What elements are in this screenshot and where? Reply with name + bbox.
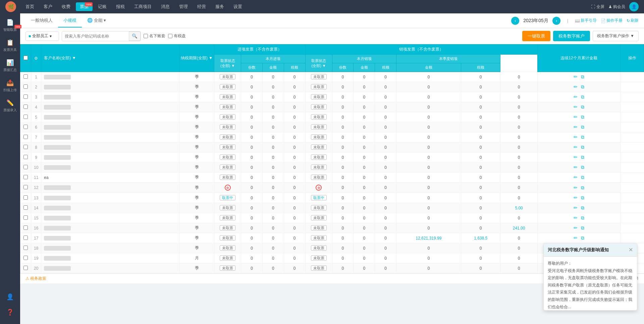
row-checkbox[interactable] <box>23 84 28 89</box>
client-name-cell[interactable]: ea <box>41 173 179 183</box>
row-checkbox[interactable] <box>23 246 28 250</box>
client-name-cell[interactable] <box>41 92 179 102</box>
one-click-fetch-button[interactable]: 一键取票 <box>522 31 550 41</box>
sidebar-item-smart-ticket[interactable]: 📄 智能取票 new <box>1 16 19 35</box>
season-tax-value[interactable]: 1,638.5 <box>474 236 487 241</box>
copy-button[interactable]: ⧉ <box>580 195 585 200</box>
nav-admin[interactable]: 管理 <box>175 2 192 11</box>
row-checkbox[interactable] <box>23 185 28 189</box>
manual-link[interactable]: 📄 操作手册 <box>601 18 623 23</box>
sidebar-item-user[interactable]: 👤 <box>1 290 19 303</box>
edit-button[interactable]: ✏ <box>573 215 579 220</box>
digital-account-button[interactable]: 税务数字账户 <box>553 31 590 41</box>
nav-settings[interactable]: 设置 <box>229 2 246 11</box>
period-prev-button[interactable]: ‹ <box>511 17 519 25</box>
row-checkbox-cell[interactable] <box>20 142 31 152</box>
copy-button[interactable]: ⧉ <box>580 165 585 170</box>
tax-disk-checkbox[interactable] <box>168 34 172 38</box>
row-checkbox[interactable] <box>23 236 28 240</box>
edit-button[interactable]: ✏ <box>573 185 579 190</box>
row-checkbox-cell[interactable] <box>20 183 31 193</box>
row-checkbox-cell[interactable] <box>20 72 31 82</box>
select-all-checkbox[interactable] <box>23 56 28 60</box>
copy-button[interactable]: ⧉ <box>580 154 585 160</box>
tax-disk-filter[interactable]: 有税盘 <box>168 33 186 39</box>
named-accounts-checkbox[interactable] <box>144 34 148 38</box>
client-name-cell[interactable] <box>41 233 179 243</box>
edit-button[interactable]: ✏ <box>573 124 579 130</box>
client-name-cell[interactable] <box>41 183 179 193</box>
nav-bookkeeping[interactable]: 记账 <box>94 2 111 11</box>
row-checkbox[interactable] <box>23 175 28 179</box>
cumulative-value[interactable]: 5.00 <box>515 206 523 210</box>
nav-home[interactable]: 首页 <box>21 2 38 11</box>
row-checkbox-cell[interactable] <box>20 82 31 92</box>
row-checkbox[interactable] <box>23 205 28 210</box>
client-name-cell[interactable] <box>41 132 179 142</box>
row-checkbox-cell[interactable] <box>20 203 31 213</box>
row-checkbox[interactable] <box>23 135 28 139</box>
edit-button[interactable]: ✏ <box>573 154 579 160</box>
client-name-cell[interactable] <box>41 203 179 213</box>
client-name-cell[interactable] <box>41 112 179 122</box>
row-checkbox-cell[interactable] <box>20 112 31 122</box>
row-checkbox[interactable] <box>23 115 28 119</box>
copy-button[interactable]: ⧉ <box>580 225 585 231</box>
row-checkbox-cell[interactable] <box>20 152 31 163</box>
edit-button[interactable]: ✏ <box>573 144 579 150</box>
new-guide-link[interactable]: 📖 新手引导 <box>575 18 597 23</box>
nav-billing[interactable]: 收费 <box>58 2 74 11</box>
member-button[interactable]: ♟ 购会员 <box>608 4 625 10</box>
row-checkbox-cell[interactable] <box>20 223 31 233</box>
client-name-cell[interactable] <box>41 213 179 223</box>
edit-button[interactable]: ✏ <box>573 205 579 210</box>
row-checkbox[interactable] <box>23 165 28 169</box>
row-checkbox[interactable] <box>23 94 28 99</box>
row-checkbox[interactable] <box>23 145 28 149</box>
row-checkbox-cell[interactable] <box>20 253 31 263</box>
edit-button[interactable]: ✏ <box>573 235 579 241</box>
row-checkbox-cell[interactable] <box>20 193 31 203</box>
row-checkbox[interactable] <box>23 256 28 260</box>
client-name-cell[interactable] <box>41 152 179 163</box>
sidebar-item-invoice-entry[interactable]: ✏️ 票据录入 <box>1 96 19 115</box>
copy-button[interactable]: ⧉ <box>580 74 585 79</box>
refresh-link[interactable]: ↻ 刷新 <box>627 18 639 23</box>
copy-button[interactable]: ⧉ <box>580 104 585 110</box>
edit-button[interactable]: ✏ <box>573 94 579 100</box>
copy-button[interactable]: ⧉ <box>580 144 585 150</box>
notification-close-button[interactable]: ✕ <box>629 247 633 253</box>
search-button[interactable]: 🔍 <box>129 31 141 41</box>
season-amount-value[interactable]: 12,621,319.99 <box>416 236 442 241</box>
row-checkbox-cell[interactable] <box>20 92 31 102</box>
cumulative-value[interactable]: 241.00 <box>513 226 525 231</box>
edit-button[interactable]: ✏ <box>573 84 579 89</box>
copy-button[interactable]: ⧉ <box>580 94 585 100</box>
copy-button[interactable]: ⧉ <box>580 175 585 180</box>
row-checkbox-cell[interactable] <box>20 243 31 253</box>
row-checkbox[interactable] <box>23 155 28 159</box>
nav-invoices[interactable]: 票据new <box>76 2 93 11</box>
nav-services[interactable]: 服务 <box>211 2 228 11</box>
row-checkbox-cell[interactable] <box>20 233 31 243</box>
row-checkbox-cell[interactable] <box>20 122 31 132</box>
col-sales-status[interactable]: 取票状态(全部) ▼ <box>305 55 332 72</box>
edit-button[interactable]: ✏ <box>573 195 579 200</box>
row-checkbox-cell[interactable] <box>20 163 31 173</box>
edit-button[interactable]: ✏ <box>573 165 579 170</box>
edit-button[interactable]: ✏ <box>573 104 579 110</box>
col-income-status[interactable]: 取票状态(全部) ▼ <box>214 55 241 72</box>
col-client-name[interactable]: 客户名称(全部) ▼ <box>41 45 179 72</box>
period-next-button[interactable]: › <box>552 17 560 25</box>
client-name-cell[interactable] <box>41 223 179 233</box>
row-checkbox[interactable] <box>23 195 28 200</box>
row-checkbox[interactable] <box>23 225 28 230</box>
nav-tax[interactable]: 报税 <box>112 2 129 11</box>
row-checkbox-cell[interactable] <box>20 213 31 223</box>
nav-business[interactable]: 工商项目 <box>130 2 156 11</box>
edit-button[interactable]: ✏ <box>573 175 579 180</box>
sidebar-item-invoice-issue[interactable]: 📋 发票开具 <box>1 36 19 55</box>
row-checkbox[interactable] <box>23 125 28 129</box>
client-name-cell[interactable] <box>41 193 179 203</box>
row-checkbox-cell[interactable] <box>20 263 31 273</box>
